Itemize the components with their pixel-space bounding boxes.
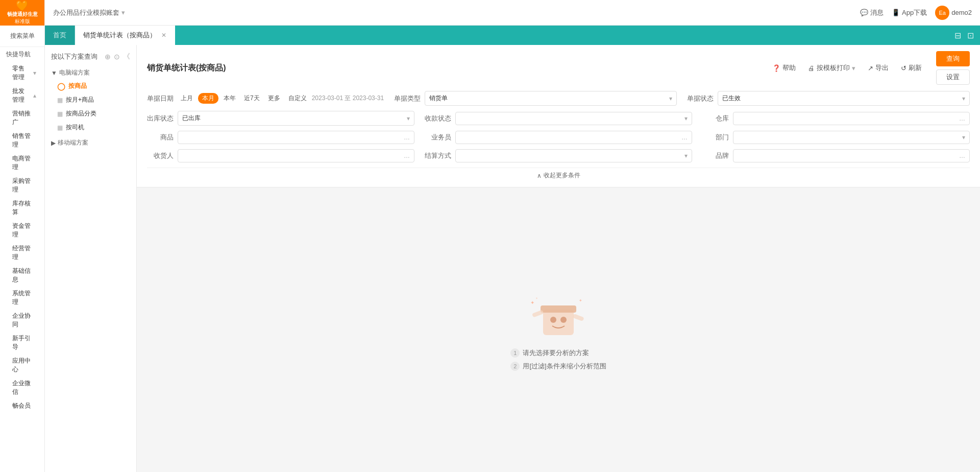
sidebar-item-inventory[interactable]: 库存核算: [0, 197, 44, 219]
salesperson-input[interactable]: …: [455, 131, 692, 144]
date-section: 上月 本月 本年 近7天 更多 自定义 2023-03-01 至 2023-03…: [178, 93, 384, 104]
empty-hint-1-text: 请先选择要分析的方案: [523, 348, 589, 358]
payment-status-label: 收款状态: [425, 114, 455, 123]
sidebar-item-ecommerce[interactable]: 电商管理: [0, 152, 44, 174]
this-month-btn[interactable]: 本月: [198, 93, 218, 104]
main-area: 办公用品行业模拟账套 ▾ 💬 消息 📱 App下载 Ea demo2 首页: [45, 0, 980, 472]
collapse-panel-icon[interactable]: 《: [123, 52, 130, 61]
sidebar-item-guide[interactable]: 新手引导: [0, 332, 44, 354]
filter-department-field: 部门 ▾: [702, 131, 970, 144]
warehouse2-input[interactable]: …: [733, 112, 970, 125]
this-year-btn[interactable]: 本年: [220, 93, 239, 104]
brand-more: …: [959, 152, 965, 159]
sidebar-item-system[interactable]: 系统管理: [0, 287, 44, 309]
empty-state: ✦ ✦ ✦ 1 请先选择要分析的方案 2 用[过滤]条件来缩小分析范围: [137, 187, 980, 472]
wholesale-label: 批发管理: [12, 87, 30, 104]
mobile-section-title[interactable]: ▶ 移动端方案: [45, 136, 136, 149]
empty-hint-2-text: 用[过滤]条件来缩小分析范围: [523, 362, 606, 371]
by-cashier-icon: ▦: [57, 124, 63, 131]
sidebar-item-retail[interactable]: 零售管理 ▾: [0, 62, 44, 84]
tab-report-label: 销货单统计表（按商品）: [83, 31, 156, 40]
product-input[interactable]: …: [178, 131, 414, 144]
page-header-actions: ❓ 帮助 🖨 按模板打印 ▾ ↗ 导出 ↺: [768, 51, 970, 85]
sidebar-item-marketing[interactable]: 营销推广: [0, 107, 44, 129]
date-range: 2023-03-01 至 2023-03-31: [312, 94, 384, 103]
add-scheme-icon[interactable]: ⊕: [105, 53, 111, 61]
search-menu-label[interactable]: 搜索菜单: [3, 30, 41, 42]
sidebar-item-basic[interactable]: 基础信息: [0, 264, 44, 287]
filter-row-2: 出库状态 已出库 ▾ 收款状态 ▾ 仓库: [147, 111, 970, 126]
query-btn[interactable]: 查询: [936, 51, 970, 66]
more-btn[interactable]: 更多: [265, 93, 283, 104]
filter-item-by-cashier[interactable]: ▦ 按司机: [45, 121, 136, 134]
sales-label: 销售管理: [12, 132, 36, 149]
brand-input[interactable]: …: [733, 149, 970, 162]
svg-text:✦: ✦: [530, 300, 534, 305]
filter-date-field: 单据日期 上月 本月 本年 近7天 更多 自定义 2023-03-01 至 20…: [147, 93, 384, 104]
mobile-section-label: 移动端方案: [58, 138, 88, 147]
query-btns: 查询 设置: [930, 51, 970, 85]
sidebar-item-wholesale[interactable]: 批发管理 ▴: [0, 84, 44, 107]
setting-btn[interactable]: 设置: [936, 69, 970, 85]
page-header-top: 销货单统计表(按商品) ❓ 帮助 🖨 按模板打印 ▾ ↗: [147, 51, 970, 85]
docstatus-arrow: ▾: [962, 95, 965, 102]
sidebar-item-sales[interactable]: 销售管理: [0, 129, 44, 152]
message-btn[interactable]: 💬 消息: [860, 8, 884, 17]
filter-header-icons: ⊕ ⊙ 《: [105, 52, 130, 61]
tab-minimize-icon[interactable]: ⊟: [952, 30, 963, 41]
by-product-icon: ◯: [57, 82, 65, 90]
tabbar: 首页 销货单统计表（按商品） ✕ ⊟ ⊡: [45, 26, 980, 45]
filter-payment-method-field: 结算方式 ▾: [425, 149, 692, 162]
print-label: 按模板打印: [817, 63, 850, 73]
retail-label: 零售管理: [12, 64, 30, 82]
pc-section-title[interactable]: ▼ 电脑端方案: [45, 66, 136, 79]
empty-hint-2: 2 用[过滤]条件来缩小分析范围: [510, 362, 606, 371]
help-btn[interactable]: ❓ 帮助: [768, 61, 800, 75]
content-right: 销货单统计表(按商品) ❓ 帮助 🖨 按模板打印 ▾ ↗: [137, 45, 980, 472]
app-download-btn[interactable]: 📱 App下载: [892, 8, 927, 17]
sidebar-item-quick-nav[interactable]: 快捷导航: [0, 47, 44, 62]
filter-item-by-product[interactable]: ◯ 按商品: [45, 79, 136, 93]
print-btn[interactable]: 🖨 按模板打印 ▾: [804, 61, 860, 75]
wholesale-arrow: ▴: [33, 92, 36, 99]
sidebar-item-member[interactable]: 畅会员: [0, 399, 44, 413]
tab-report[interactable]: 销货单统计表（按商品） ✕: [75, 26, 175, 45]
receiver-input[interactable]: …: [178, 149, 414, 162]
payment-method-input[interactable]: ▾: [455, 149, 692, 162]
export-btn[interactable]: ↗ 导出: [864, 61, 893, 75]
last7-btn[interactable]: 近7天: [241, 93, 263, 104]
warehouse-label: 出库状态: [147, 114, 178, 123]
sidebar: 🧡 畅捷通好生意 标准版 搜索菜单 快捷导航 零售管理 ▾ 批发管理 ▴ 营销推…: [0, 0, 45, 472]
by-month-product-icon: ▦: [57, 97, 63, 104]
industry-selector[interactable]: 办公用品行业模拟账套 ▾: [53, 8, 125, 17]
sidebar-item-enterprise[interactable]: 企业协同: [0, 309, 44, 332]
tab-close-icon[interactable]: ✕: [161, 32, 166, 39]
warehouse-input[interactable]: 已出库 ▾: [178, 111, 414, 126]
last-month-btn[interactable]: 上月: [178, 93, 196, 104]
tab-expand-icon[interactable]: ⊡: [965, 30, 976, 41]
sidebar-item-operation[interactable]: 经营管理: [0, 242, 44, 264]
app-name: 畅捷通好生意: [7, 11, 38, 18]
collapse-btn[interactable]: ∧ 收起更多条件: [147, 168, 970, 183]
topbar-right: 💬 消息 📱 App下载 Ea demo2: [860, 6, 972, 20]
filter-item-by-category[interactable]: ▦ 按商品分类: [45, 107, 136, 121]
finance-label: 资金管理: [12, 222, 36, 239]
user-profile[interactable]: Ea demo2: [935, 6, 972, 20]
sidebar-item-wechat[interactable]: 企业微信: [0, 376, 44, 399]
filter-item-by-month-product[interactable]: ▦ 按月+商品: [45, 93, 136, 107]
refresh-btn[interactable]: ↺ 刷新: [897, 61, 926, 75]
page-title: 销货单统计表(按商品): [147, 63, 226, 74]
operation-label: 经营管理: [12, 244, 36, 262]
custom-btn[interactable]: 自定义: [285, 93, 310, 104]
department-input[interactable]: ▾: [733, 131, 970, 144]
payment-status-input[interactable]: ▾: [455, 112, 692, 125]
filter-doctype-field: 单据类型 销货单 ▾: [394, 91, 677, 106]
sidebar-item-finance[interactable]: 资金管理: [0, 219, 44, 242]
docstatus-input[interactable]: 已生效 ▾: [718, 91, 970, 106]
doctype-input[interactable]: 销货单 ▾: [425, 91, 677, 106]
tab-home[interactable]: 首页: [45, 26, 75, 45]
sidebar-item-purchase[interactable]: 采购管理: [0, 174, 44, 197]
edit-scheme-icon[interactable]: ⊙: [114, 53, 120, 61]
warehouse2-label: 仓库: [702, 114, 733, 123]
sidebar-item-app-center[interactable]: 应用中心: [0, 354, 44, 376]
